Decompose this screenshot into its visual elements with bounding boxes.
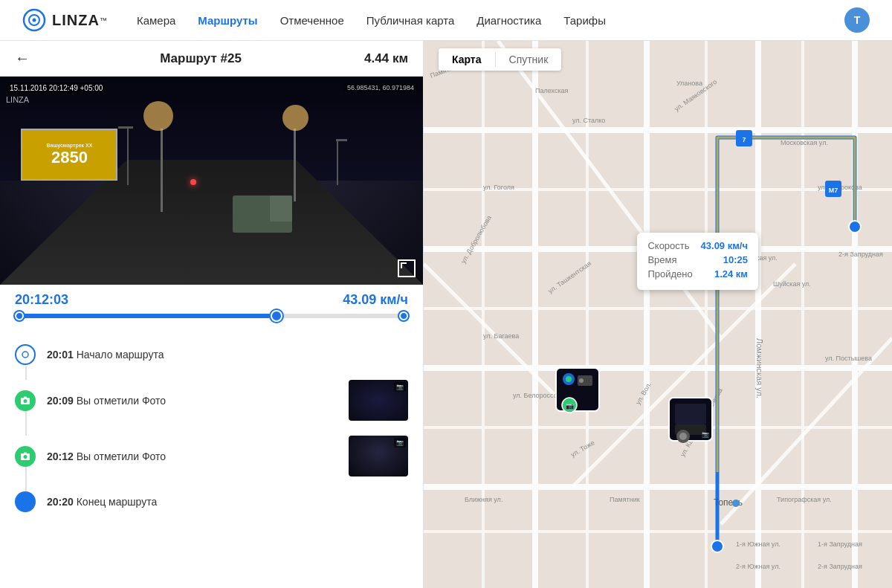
route-title: Маршрут #25 bbox=[37, 51, 364, 66]
svg-rect-73 bbox=[675, 404, 706, 424]
map-canvas: ул. Маяковского Московская ул. ул. Проро… bbox=[424, 41, 892, 588]
road-scene: Вашусмартрек ХХ 2850 bbox=[0, 77, 423, 285]
svg-text:Типографская ул.: Типографская ул. bbox=[777, 496, 832, 503]
svg-text:📷: 📷 bbox=[702, 430, 709, 438]
tab-satellite[interactable]: Спутник bbox=[496, 48, 562, 71]
main-content: ← Маршрут #25 4.44 км В bbox=[0, 41, 892, 588]
video-coords: 56.985431, 60.971984 bbox=[344, 83, 417, 93]
event-photo-2-text: 20:12 Вы отметили Фото bbox=[47, 450, 341, 462]
svg-text:ул. Багаева: ул. Багаева bbox=[483, 332, 519, 340]
tooltip-speed-row: Скорость 43.09 км/ч bbox=[647, 240, 748, 251]
fullscreen-button[interactable] bbox=[398, 259, 416, 277]
main-nav: Камера Маршруты Отмеченное Публичная кар… bbox=[137, 14, 844, 27]
map-tabs: Карта Спутник bbox=[439, 48, 561, 71]
svg-text:2-я Южная ул.: 2-я Южная ул. bbox=[736, 563, 780, 570]
start-icon bbox=[15, 344, 36, 365]
svg-point-58 bbox=[849, 221, 861, 233]
event-photo-1[interactable]: 20:09 Вы отметили Фото 📷 bbox=[15, 372, 408, 428]
logo-tm: ™ bbox=[100, 16, 107, 25]
map-panel: Карта Спутник bbox=[424, 41, 892, 588]
tooltip-distance-label: Пройдено bbox=[647, 268, 692, 280]
billboard: Вашусмартрек ХХ 2850 bbox=[21, 129, 117, 181]
video-frame: Вашусмартрек ХХ 2850 15.11.2016 20:12 bbox=[0, 77, 423, 285]
tooltip-distance-value: 1.24 км bbox=[714, 268, 748, 280]
svg-text:2-я Запрудная: 2-я Запрудная bbox=[838, 251, 883, 258]
event-photo-2[interactable]: 20:12 Вы отметили Фото 📷 bbox=[15, 428, 408, 484]
tooltip-speed-label: Скорость bbox=[647, 240, 689, 251]
nav-marked[interactable]: Отмеченное bbox=[280, 14, 344, 27]
video-timestamp: 15.11.2016 20:12:49 +05:00 bbox=[6, 83, 106, 94]
svg-point-2 bbox=[33, 19, 36, 22]
event-start[interactable]: 20:01 Начало маршрута bbox=[15, 337, 408, 372]
tab-map[interactable]: Карта bbox=[439, 48, 495, 71]
svg-text:M7: M7 bbox=[829, 187, 838, 194]
event-start-text: 20:01 Начало маршрута bbox=[47, 349, 408, 361]
avatar[interactable]: T bbox=[844, 7, 870, 33]
svg-text:Ломжинская ул.: Ломжинская ул. bbox=[755, 338, 764, 398]
logo-text: LINZA bbox=[52, 12, 100, 29]
svg-text:7: 7 bbox=[742, 136, 746, 143]
svg-point-57 bbox=[711, 540, 723, 552]
svg-text:Шуйская ул.: Шуйская ул. bbox=[773, 280, 811, 288]
svg-text:Ближняя ул.: Ближняя ул. bbox=[465, 496, 502, 503]
svg-text:ул. Постышева: ул. Постышева bbox=[825, 355, 872, 362]
thumbnail-2[interactable]: 📷 bbox=[349, 436, 408, 476]
route-distance: 4.44 км bbox=[364, 51, 408, 66]
thumbnail-1[interactable]: 📷 bbox=[349, 380, 408, 421]
truck bbox=[233, 196, 292, 233]
tooltip-speed-value: 43.09 км/ч bbox=[701, 240, 748, 251]
map-tooltip: Скорость 43.09 км/ч Время 10:25 Пройдено… bbox=[637, 233, 758, 290]
progress-thumb-current[interactable] bbox=[271, 310, 282, 322]
svg-point-8 bbox=[22, 499, 28, 505]
nav-tariffs[interactable]: Тарифы bbox=[563, 14, 606, 27]
tooltip-time-label: Время bbox=[647, 254, 676, 265]
svg-text:📷: 📷 bbox=[566, 401, 575, 410]
svg-point-3 bbox=[22, 352, 28, 358]
nav-camera[interactable]: Камера bbox=[137, 14, 175, 27]
back-button[interactable]: ← bbox=[15, 50, 30, 67]
logo: LINZA™ bbox=[22, 8, 107, 32]
svg-rect-9 bbox=[424, 41, 892, 588]
nav-public-map[interactable]: Публичная карта bbox=[366, 14, 455, 27]
tooltip-distance-row: Пройдено 1.24 км bbox=[647, 268, 748, 280]
left-panel: ← Маршрут #25 4.44 км В bbox=[0, 41, 424, 588]
svg-point-67 bbox=[566, 376, 572, 382]
time-row: 20:12:03 43.09 км/ч bbox=[15, 292, 408, 308]
events-list: 20:01 Начало маршрута 20:09 Вы отметили … bbox=[0, 329, 423, 588]
progress-fill bbox=[15, 314, 271, 318]
route-header: ← Маршрут #25 4.44 км bbox=[0, 41, 423, 77]
svg-text:1-я Запрудная: 1-я Запрудная bbox=[818, 540, 862, 548]
svg-point-5 bbox=[24, 399, 28, 403]
thumb-camera-icon: 📷 bbox=[394, 382, 406, 392]
thumb-camera-icon-2: 📷 bbox=[394, 438, 406, 448]
svg-point-7 bbox=[24, 455, 28, 459]
event-end[interactable]: 20:20 Конец маршрута bbox=[15, 484, 408, 520]
svg-text:1-я Южная ул.: 1-я Южная ул. bbox=[736, 540, 780, 548]
svg-text:Московская ул.: Московская ул. bbox=[780, 139, 828, 146]
header-right: T bbox=[844, 7, 870, 33]
svg-text:Уланова: Уланова bbox=[676, 80, 702, 87]
end-icon bbox=[15, 491, 36, 512]
logo-icon bbox=[22, 8, 46, 32]
svg-text:ул. Сталко: ул. Сталко bbox=[572, 117, 605, 124]
event-photo-1-text: 20:09 Вы отметили Фото bbox=[47, 395, 341, 407]
svg-point-64 bbox=[732, 500, 740, 507]
svg-text:2-я Запрудная: 2-я Запрудная bbox=[818, 563, 862, 570]
video-player[interactable]: Вашусмартрек ХХ 2850 15.11.2016 20:12 bbox=[0, 77, 423, 285]
tooltip-time-value: 10:25 bbox=[723, 254, 748, 265]
svg-point-76 bbox=[679, 433, 687, 440]
photo-icon-2 bbox=[15, 446, 36, 467]
tooltip-time-row: Время 10:25 bbox=[647, 254, 748, 265]
photo-icon-1 bbox=[15, 390, 36, 411]
nav-diagnostics[interactable]: Диагностика bbox=[476, 14, 541, 27]
current-speed: 43.09 км/ч bbox=[343, 292, 408, 308]
svg-text:Палехская: Палехская bbox=[535, 87, 569, 94]
current-time: 20:12:03 bbox=[15, 292, 68, 308]
header: LINZA™ Камера Маршруты Отмеченное Публич… bbox=[0, 0, 892, 41]
progress-bar[interactable] bbox=[15, 314, 408, 318]
playback-controls: 20:12:03 43.09 км/ч bbox=[0, 285, 423, 329]
event-end-text: 20:20 Конец маршрута bbox=[47, 496, 408, 508]
progress-thumb-end[interactable] bbox=[399, 311, 408, 320]
progress-thumb-start[interactable] bbox=[15, 311, 24, 320]
nav-routes[interactable]: Маршруты bbox=[198, 14, 257, 27]
